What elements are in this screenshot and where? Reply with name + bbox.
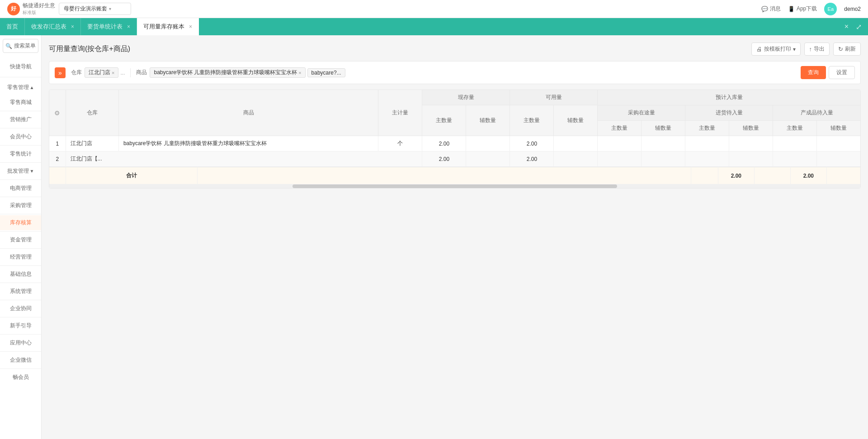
th-warehouse: 仓库 [66,90,118,136]
subtotal-available-main: 2.00 [510,151,554,167]
print-button[interactable]: 🖨 按模板打印 ▾ [751,42,801,56]
filter-expand-button[interactable]: » [55,67,66,78]
page-title: 可用量查询(按仓库+商品) [49,44,130,54]
sidebar-item-operations[interactable]: 经营管理 [0,250,41,264]
receipts-tab-close[interactable]: × [71,24,74,30]
sidebar-item-app-center[interactable]: 应用中心 [0,335,41,350]
tab-home[interactable]: 首页 [0,18,25,35]
sidebar-item-wholesale-mgmt[interactable]: 批发管理 ▼ [0,164,41,179]
store-selector[interactable]: 母婴行业演示账套 ▾ [59,3,131,15]
sidebar-item-member[interactable]: 会员中心 [0,129,41,144]
tab-inventory[interactable]: 可用量库存账本 × [137,18,199,35]
subtotal-purchase-aux [642,151,685,167]
store-name: 母婴行业演示账套 [64,5,107,13]
chevron-up-icon: ▲ [30,85,34,90]
subtotal-stock-aux [466,151,510,167]
total-label: 合计 [66,167,197,184]
logo-area: 好 畅捷通好生意 标准版 [7,2,55,16]
print-icon: 🖨 [756,46,762,52]
sidebar-item-system[interactable]: 系统管理 [0,284,41,299]
page-container: 可用量查询(按仓库+商品) 🖨 按模板打印 ▾ ↑ 导出 ↻ 刷新 [42,35,868,196]
orders-tab-close[interactable]: × [127,24,130,30]
content-area: 可用量查询(按仓库+商品) 🖨 按模板打印 ▾ ↑ 导出 ↻ 刷新 [42,35,868,439]
th-unit: 主计量 [378,90,422,136]
subtotal-row: 2 江北门店【... 2.00 2.00 [49,151,860,167]
th-stock-group: 现存量 [422,90,510,105]
search-menu-button[interactable]: 🔍 搜索菜单 [3,39,38,53]
th-production-group: 产成品待入量 [773,105,860,121]
table-wrap: ⚙ 仓库 商品 主计量 现存量 可用量 预计入库量 主数量 [49,90,860,167]
main-layout: 🔍 搜索菜单 快捷导航 零售管理 ▲ 零售商城 营销推广 会员中心 [0,35,868,439]
th-available-group: 可用量 [510,90,598,105]
sidebar-item-retail-mgmt[interactable]: 零售管理 ▲ [0,80,41,95]
download-icon: 📱 [788,6,795,12]
sidebar-quick-nav: 快捷导航 [0,57,41,77]
page-header: 可用量查询(按仓库+商品) 🖨 按模板打印 ▾ ↑ 导出 ↻ 刷新 [49,42,861,56]
th-inbound-group: 预计入库量 [598,90,860,105]
inventory-tab-close[interactable]: × [189,24,192,30]
export-icon: ↑ [809,46,812,52]
query-button[interactable]: 查询 [801,66,826,79]
th-arrival-main: 主数量 [685,121,729,136]
sidebar-item-inventory-check[interactable]: 库存核算 [0,215,41,230]
warehouse-tag-close[interactable]: × [112,70,114,76]
sidebar-item-newbie[interactable]: 新手引导 [0,318,41,333]
top-bar-left: 好 畅捷通好生意 标准版 母婴行业演示账套 ▾ [7,2,131,16]
th-production-main: 主数量 [773,121,817,136]
sidebar-item-wechat[interactable]: 企业微信 [0,353,41,368]
row-unit: 个 [378,136,422,151]
subtotal-arrival-aux [729,151,773,167]
row-product: babycare学饮杯 儿童防摔防撞吸管杯重力球吸嘴杯宝宝水杯 [118,136,378,151]
total-table: 合计 2.00 2.00 [49,167,860,184]
subtotal-arrival-main [685,151,729,167]
sidebar-item-ecommerce[interactable]: 电商管理 [0,181,41,196]
export-button[interactable]: ↑ 导出 [804,42,830,56]
row-available-aux [554,136,598,151]
row-purchase-main [598,136,642,151]
th-stock-main: 主数量 [422,105,466,136]
message-button[interactable]: 💬 消息 [761,5,781,13]
tab-receipts[interactable]: 收发存汇总表 × [25,18,81,35]
bottom-scrollbar[interactable] [49,184,860,188]
settings-button[interactable]: 设置 [829,66,855,79]
sidebar-item-marketing[interactable]: 营销推广 [0,112,41,127]
total-stock-main: 2.00 [718,167,754,184]
sidebar-item-finance[interactable]: 资金管理 [0,232,41,247]
th-available-main: 主数量 [510,105,554,136]
th-arrival-group: 进货待入量 [685,105,773,121]
tab-expand-button[interactable]: ⤢ [854,21,863,33]
tab-bar: 首页 收发存汇总表 × 要货单统计表 × 可用量库存账本 × × ⤢ [0,18,868,35]
avatar: Ea [824,3,837,15]
tab-close-all-button[interactable]: × [843,21,850,33]
row-arrival-main [685,136,729,151]
tab-bar-actions: × ⤢ [838,18,868,35]
tab-orders[interactable]: 要货单统计表 × [81,18,137,35]
sidebar-item-quicknav[interactable]: 快捷导航 [0,59,41,74]
warehouse-more[interactable]: ... [120,70,125,76]
receipts-tab-label: 收发存汇总表 [31,23,66,31]
sidebar-item-retail-stats[interactable]: 零售统计 [0,146,41,161]
product-tag-1-close[interactable]: × [298,70,301,76]
th-available-aux: 辅数量 [554,105,598,136]
table-row: 1 江北门店 babycare学饮杯 儿童防摔防撞吸管杯重力球吸嘴杯宝宝水杯 个… [49,136,860,151]
chevron-down-icon: ▾ [109,6,111,11]
total-row: 合计 2.00 2.00 [49,167,860,184]
row-available-main: 2.00 [510,136,554,151]
sidebar-item-enterprise[interactable]: 企业协同 [0,301,41,316]
app-download-button[interactable]: 📱 App下载 [788,5,817,13]
sidebar-item-vip[interactable]: 畅会员 [0,370,41,385]
chevron-down-icon: ▼ [30,169,34,174]
sidebar-item-basic-info[interactable]: 基础信息 [0,267,41,282]
product-filter-label: 商品 [136,69,147,76]
warehouse-filter-label: 仓库 [71,69,82,76]
page-actions: 🖨 按模板打印 ▾ ↑ 导出 ↻ 刷新 [751,42,861,56]
table-settings-icon[interactable]: ⚙ [54,109,60,117]
filter-divider-1 [130,68,131,77]
sidebar-item-retail-mall[interactable]: 零售商城 [0,95,41,110]
row-purchase-aux [642,136,685,151]
sidebar-item-purchase[interactable]: 采购管理 [0,198,41,213]
th-purchase-main: 主数量 [598,121,642,136]
orders-tab-label: 要货单统计表 [87,23,123,31]
row-arrival-aux [729,136,773,151]
refresh-button[interactable]: ↻ 刷新 [833,42,861,56]
